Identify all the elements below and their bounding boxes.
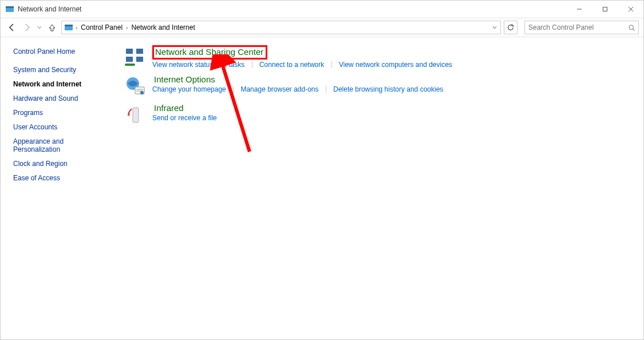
sidebar-item-clock-region[interactable]: Clock and Region [13, 160, 112, 168]
location-icon [64, 23, 73, 32]
toolbar: › Control Panel › Network and Internet [1, 18, 643, 37]
infrared-icon [124, 103, 147, 126]
category-title-infrared[interactable]: Infrared [152, 103, 185, 113]
network-sharing-icon [124, 45, 147, 68]
sidebar-item-system-security[interactable]: System and Security [13, 66, 112, 74]
sidebar-item-appearance[interactable]: Appearance and Personalization [13, 137, 112, 153]
close-button[interactable] [618, 1, 643, 18]
refresh-button[interactable] [504, 21, 517, 34]
search-icon [627, 24, 636, 31]
breadcrumb-item[interactable]: Control Panel [80, 23, 124, 31]
sublink-manage-addons[interactable]: Manage browser add-ons [240, 85, 318, 93]
sublink-view-network-status[interactable]: View network status and tasks [152, 61, 244, 69]
window-title: Network and Internet [18, 5, 81, 13]
address-bar[interactable]: › Control Panel › Network and Internet [61, 21, 501, 34]
category-infrared: Infrared Send or receive a file [124, 103, 632, 126]
sublink-change-homepage[interactable]: Change your homepage [152, 85, 226, 93]
search-box[interactable] [524, 21, 639, 34]
sublink-connect-network[interactable]: Connect to a network [259, 61, 324, 69]
sidebar-item-user-accounts[interactable]: User Accounts [13, 123, 112, 131]
svg-line-9 [633, 29, 634, 30]
sidebar-item-ease-of-access[interactable]: Ease of Access [13, 174, 112, 182]
history-dropdown[interactable] [36, 22, 43, 33]
breadcrumb-item[interactable]: Network and Internet [130, 23, 196, 31]
minimize-button[interactable] [566, 1, 592, 18]
svg-rect-14 [125, 64, 135, 66]
svg-rect-7 [65, 25, 73, 26]
sublink-send-receive-file[interactable]: Send or receive a file [152, 114, 217, 122]
svg-rect-10 [126, 49, 133, 54]
sidebar-item-programs[interactable]: Programs [13, 109, 112, 117]
main-content: Network and Sharing Center View network … [118, 37, 643, 339]
back-button[interactable] [6, 22, 18, 33]
category-internet-options: Internet Options Change your homepage Ma… [124, 74, 632, 97]
titlebar: Network and Internet [1, 1, 643, 18]
svg-point-8 [629, 25, 633, 29]
chevron-right-icon: › [76, 25, 77, 31]
sidebar-item-network-internet[interactable]: Network and Internet [13, 80, 112, 88]
internet-options-icon [124, 74, 147, 97]
svg-rect-3 [603, 7, 607, 11]
category-title-network-sharing[interactable]: Network and Sharing Center [152, 45, 267, 60]
forward-button[interactable] [21, 22, 33, 33]
category-network-sharing: Network and Sharing Center View network … [124, 45, 632, 69]
svg-rect-11 [136, 49, 143, 54]
up-button[interactable] [46, 22, 58, 33]
chevron-right-icon: › [126, 25, 128, 31]
svg-rect-13 [136, 57, 143, 62]
svg-point-19 [140, 91, 144, 94]
sidebar-home[interactable]: Control Panel Home [13, 48, 112, 56]
svg-rect-20 [133, 108, 139, 122]
address-dropdown[interactable] [490, 25, 499, 30]
sublink-view-computers[interactable]: View network computers and devices [339, 61, 452, 69]
maximize-button[interactable] [592, 1, 618, 18]
sidebar: Control Panel Home System and Security N… [1, 37, 118, 339]
window-icon [5, 5, 14, 14]
category-title-internet-options[interactable]: Internet Options [152, 74, 217, 84]
svg-rect-12 [126, 57, 133, 62]
search-input[interactable] [527, 23, 627, 32]
sublink-delete-history[interactable]: Delete browsing history and cookies [333, 85, 443, 93]
sidebar-item-hardware-sound[interactable]: Hardware and Sound [13, 94, 112, 102]
svg-rect-1 [6, 6, 14, 8]
